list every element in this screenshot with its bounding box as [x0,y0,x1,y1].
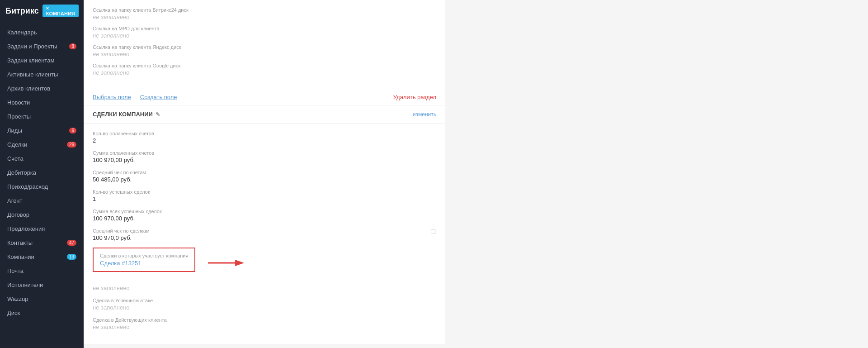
sidebar-item-label: Почта [7,267,24,274]
sidebar-item-12[interactable]: Агент [0,194,84,208]
info-icon: ☐ [430,228,436,235]
sidebar-item-label: Агент [7,197,23,204]
field-yandex-disk: Ссылка на папку клиента Яндекс диск не з… [93,44,436,57]
arrow-icon [208,256,244,270]
success-sum-label: Сумма всех успешных сделок [93,209,436,214]
sidebar-item-18[interactable]: Исполнители [0,278,84,292]
sidebar-item-5[interactable]: Новости [0,95,84,110]
sidebar-item-13[interactable]: Договор [0,208,84,222]
sidebar-item-label: Активные клиенты [7,71,58,78]
sidebar-item-20[interactable]: Диск [0,306,84,320]
sidebar-item-11[interactable]: Приход/расход [0,180,84,194]
sidebar-item-label: Лиды [7,127,22,134]
sidebar: Битрикс × КОМПАНИЯ КалендарьЗадачи и Про… [0,0,84,348]
highlight-value[interactable]: Сделка #13251 [100,260,188,267]
field-google-disk: Ссылка на папку клиента Google диск не з… [93,63,436,76]
sidebar-item-0[interactable]: Календарь [0,25,84,39]
deals-title-text: СДЕЛКИ КОМПАНИИ [93,111,153,118]
sidebar-tag[interactable]: × КОМПАНИЯ [42,5,79,17]
sidebar-badge: 6 [69,128,76,133]
field-bitrix24-disk: Ссылка на папку клиента Битрикс24 диск н… [93,7,436,20]
field-label-mro: Ссылка на МРО для клиента [93,26,436,31]
sidebar-item-label: Приход/расход [7,183,48,190]
svg-marker-1 [235,260,244,266]
paid-sum-label: Сумма оплаченных счетов [93,150,436,156]
sidebar-item-label: Задачи и Проекты [7,43,57,50]
sidebar-item-label: Дебиторка [7,169,36,176]
deals-edit-icon[interactable]: ✎ [156,111,160,118]
sidebar-item-19[interactable]: Wazzup [0,292,84,306]
field-value-google: не заполнено [93,69,436,76]
sidebar-item-8[interactable]: Сделки26 [0,138,84,152]
field-label-google: Ссылка на папку клиента Google диск [93,63,436,68]
sidebar-item-3[interactable]: Активные клиенты [0,67,84,81]
field-label-bitrix24: Ссылка на папку клиента Битрикс24 диск [93,7,436,13]
deal-avg-check: Средний чек по счетам 50 485,00 руб. [93,170,436,183]
field-label-yandex: Ссылка на папку клиента Яндекс диск [93,44,436,50]
deals-fields: Кол-во оплаченных счетов 2 Сумма оплачен… [84,124,445,344]
sidebar-item-9[interactable]: Счета [0,152,84,166]
bottom-2-value: не заполнено [93,304,436,311]
sidebar-item-14[interactable]: Предложения [0,222,84,236]
sidebar-item-4[interactable]: Архив клиентов [0,81,84,95]
field-mro: Ссылка на МРО для клиента не заполнено [93,26,436,39]
field-value-yandex: не заполнено [93,51,436,57]
content-panel: Ссылка на папку клиента Битрикс24 диск н… [84,0,445,344]
sidebar-nav: КалендарьЗадачи и Проекты8Задачи клиента… [0,22,84,324]
sidebar-item-label: Компании [7,253,34,260]
deal-bottom-1: не заполнено [93,285,436,291]
sidebar-badge: 47 [67,240,76,246]
deal-success-count: Кол-во успешных сделок 1 [93,189,436,202]
deals-change-link[interactable]: изменить [413,111,436,118]
sidebar-item-label: Договор [7,211,29,218]
deal-bottom-3: Сделка в Действующих клиента не заполнен… [93,317,436,330]
delete-section-link[interactable]: Удалить раздел [393,94,436,100]
create-field-link[interactable]: Создать поле [140,94,177,100]
paid-invoices-value: 2 [93,137,436,144]
deal-paid-sum: Сумма оплаченных счетов 100 970,00 руб. [93,150,436,163]
sidebar-item-label: Календарь [7,29,37,36]
sidebar-item-label: Предложения [7,225,45,232]
sidebar-badge: 26 [67,142,76,148]
avg-check-value: 50 485,00 руб. [93,176,436,183]
sidebar-logo: Битрикс [5,6,39,16]
sidebar-item-label: Диск [7,310,20,316]
select-field-link[interactable]: Выбрать поле [93,94,131,100]
deals-section-title: СДЕЛКИ КОМПАНИИ ✎ [93,111,160,118]
sidebar-header: Битрикс × КОМПАНИЯ [0,0,84,22]
bottom-2-label: Сделка в Успешном атаке [93,298,436,303]
highlighted-deal-row: Сделки в которых участвует компания Сдел… [93,248,436,278]
field-value-mro: не заполнено [93,32,436,39]
sidebar-item-label: Архив клиентов [7,85,50,92]
avg-deal-label: Средний чек по сделкам [93,228,149,234]
success-count-value: 1 [93,195,436,202]
bottom-3-value: не заполнено [93,324,436,330]
sidebar-item-label: Новости [7,99,30,106]
deal-bottom-2: Сделка в Успешном атаке не заполнено [93,298,436,311]
highlight-box: Сделки в которых участвует компания Сдел… [93,248,195,272]
sidebar-item-label: Счета [7,155,24,162]
sidebar-item-16[interactable]: Компании13 [0,250,84,264]
sidebar-item-label: Проекты [7,113,31,120]
sidebar-item-label: Сделки [7,141,27,148]
deal-success-sum: Сумма всех успешных сделок 100 970,00 ру… [93,209,436,222]
sidebar-item-label: Исполнители [7,281,43,288]
section-actions: Выбрать поле Создать поле Удалить раздел [84,89,445,105]
sidebar-item-label: Контакты [7,239,33,246]
field-value-bitrix24: не заполнено [93,14,436,20]
deals-section-header: СДЕЛКИ КОМПАНИИ ✎ изменить [84,105,445,124]
sidebar-item-17[interactable]: Почта [0,264,84,278]
sidebar-item-7[interactable]: Лиды6 [0,124,84,138]
sidebar-item-15[interactable]: Контакты47 [0,236,84,250]
sidebar-item-10[interactable]: Дебиторка [0,166,84,180]
main-content: Ссылка на папку клиента Битрикс24 диск н… [84,0,868,348]
paid-sum-value: 100 970,00 руб. [93,157,436,163]
sidebar-item-1[interactable]: Задачи и Проекты8 [0,39,84,53]
deal-avg-deal: Средний чек по сделкам 100 970,0 руб. ☐ [93,228,436,241]
avg-deal-value: 100 970,0 руб. [93,234,149,241]
success-count-label: Кол-во успешных сделок [93,189,436,195]
sidebar-item-6[interactable]: Проекты [0,110,84,124]
sidebar-badge: 8 [69,43,76,49]
sidebar-item-2[interactable]: Задачи клиентам [0,53,84,67]
avg-check-label: Средний чек по счетам [93,170,436,175]
